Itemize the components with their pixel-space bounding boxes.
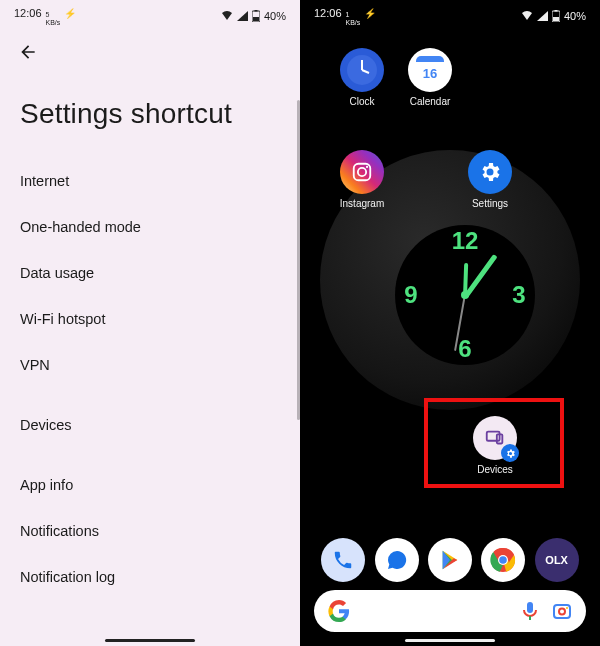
instagram-icon: [340, 150, 384, 194]
app-clock[interactable]: Clock: [332, 48, 392, 107]
dock-messages[interactable]: [375, 538, 419, 582]
svg-point-10: [358, 168, 366, 176]
page-title: Settings shortcut: [0, 62, 300, 158]
app-instagram-label: Instagram: [340, 198, 384, 209]
app-settings[interactable]: Settings: [460, 150, 520, 209]
wifi-icon: [221, 11, 233, 21]
charging-icon: ⚡: [64, 8, 76, 19]
item-devices[interactable]: Devices: [0, 402, 300, 448]
item-internet[interactable]: Internet: [0, 158, 300, 204]
item-wifi-hotspot[interactable]: Wi-Fi hotspot: [0, 296, 300, 342]
status-speed-value: 5: [46, 11, 50, 18]
battery-icon: [252, 10, 260, 22]
shortcut-devices-label: Devices: [477, 464, 513, 475]
status-speed-unit: KB/s: [46, 19, 61, 26]
nav-handle[interactable]: [105, 639, 195, 642]
shortcut-list: Internet One-handed mode Data usage Wi-F…: [0, 158, 300, 600]
dock-phone[interactable]: [321, 538, 365, 582]
app-settings-label: Settings: [472, 198, 508, 209]
devices-icon: [473, 416, 517, 460]
olx-icon: OLX: [545, 554, 568, 566]
messages-icon: [385, 548, 409, 572]
play-store-icon: [439, 549, 461, 571]
app-instagram[interactable]: Instagram: [332, 150, 392, 209]
clock-icon: [340, 48, 384, 92]
item-one-handed-mode[interactable]: One-handed mode: [0, 204, 300, 250]
phone-icon: [332, 549, 354, 571]
gear-badge-icon: [501, 444, 519, 462]
calendar-icon: 16: [408, 48, 452, 92]
search-bar[interactable]: [314, 590, 586, 632]
svg-point-16: [500, 556, 508, 564]
app-clock-label: Clock: [349, 96, 374, 107]
app-calendar[interactable]: 16 Calendar: [400, 48, 460, 107]
app-calendar-label: Calendar: [410, 96, 451, 107]
item-notifications[interactable]: Notifications: [0, 508, 300, 554]
svg-point-20: [559, 609, 565, 615]
home-screen: 12:06 1 KB/s ⚡ 40% 12 3 6 9: [300, 0, 600, 646]
dock-chrome[interactable]: [481, 538, 525, 582]
settings-icon: [468, 150, 512, 194]
dock: OLX: [300, 538, 600, 582]
signal-icon: [237, 11, 248, 21]
svg-rect-19: [554, 605, 570, 618]
svg-rect-17: [527, 602, 533, 613]
svg-point-11: [366, 166, 368, 168]
chrome-icon: [490, 547, 516, 573]
dock-play-store[interactable]: [428, 538, 472, 582]
item-vpn[interactable]: VPN: [0, 342, 300, 388]
mic-icon[interactable]: [522, 601, 538, 621]
item-app-info[interactable]: App info: [0, 462, 300, 508]
lens-icon[interactable]: [552, 601, 572, 621]
status-time: 12:06: [14, 7, 42, 19]
svg-point-21: [566, 607, 568, 609]
google-g-icon: [328, 600, 350, 622]
back-button[interactable]: [0, 28, 300, 62]
status-bar: 12:06 5 KB/s ⚡ 40%: [0, 0, 300, 28]
status-battery-pct: 40%: [264, 10, 286, 22]
svg-rect-2: [253, 17, 259, 21]
shortcut-devices[interactable]: Devices: [465, 416, 525, 475]
svg-rect-1: [254, 10, 257, 12]
nav-handle[interactable]: [405, 639, 495, 642]
dock-olx[interactable]: OLX: [535, 538, 579, 582]
item-notification-log[interactable]: Notification log: [0, 554, 300, 600]
item-data-usage[interactable]: Data usage: [0, 250, 300, 296]
settings-shortcut-screen: 12:06 5 KB/s ⚡ 40% Settings shortcut Int…: [0, 0, 300, 646]
